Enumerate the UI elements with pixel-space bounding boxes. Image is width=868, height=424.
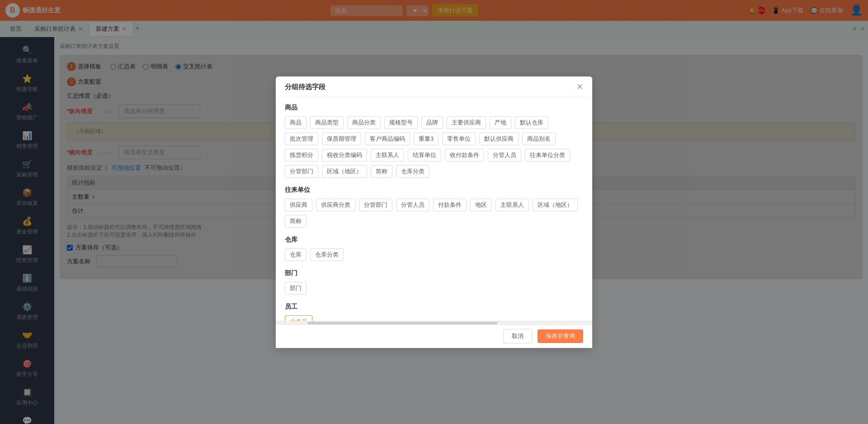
section-department-title: 部门: [285, 269, 583, 277]
field-expiry-mgmt[interactable]: 保质期管理: [322, 133, 361, 145]
field-partner-region[interactable]: 区域（地区）: [533, 199, 578, 211]
field-payment-terms[interactable]: 收付款条件: [445, 149, 484, 162]
section-product: 商品 商品 商品类型 商品分类 规格型号 品牌 主要供应商 产地 默认仓库 批次…: [285, 104, 583, 178]
section-employee-title: 员工: [285, 303, 583, 311]
section-employee: 员工 业务员: [285, 303, 583, 321]
modal-overlay: 分组待选字段 ✕ 商品 商品 商品类型 商品分类 规格型号 品牌 主要供应商 产…: [0, 0, 868, 424]
field-brand[interactable]: 品牌: [421, 116, 443, 129]
field-partner-supervisor[interactable]: 分管人员: [396, 199, 429, 211]
section-partner: 往来单位 供应商 供应商分类 分管部门 分管人员 付款条件 地区 主联系人 区域…: [285, 186, 583, 228]
field-partner-contact[interactable]: 主联系人: [495, 199, 529, 211]
field-product-category[interactable]: 商品分类: [347, 116, 381, 129]
section-partner-title: 往来单位: [285, 186, 583, 194]
section-department-fields: 部门: [285, 282, 583, 295]
section-product-title: 商品: [285, 104, 583, 112]
field-main-contact[interactable]: 主联系人: [371, 149, 404, 162]
section-warehouse: 仓库 仓库 仓库分类: [285, 236, 583, 261]
dialog: 分组待选字段 ✕ 商品 商品 商品类型 商品分类 规格型号 品牌 主要供应商 产…: [276, 76, 592, 348]
field-customer-code[interactable]: 客户商品编码: [365, 133, 410, 145]
field-product-alias[interactable]: 商品别名: [522, 133, 556, 145]
field-product[interactable]: 商品: [285, 116, 307, 129]
field-default-warehouse[interactable]: 默认仓库: [515, 116, 548, 129]
section-warehouse-fields: 仓库 仓库分类: [285, 248, 583, 261]
field-salesperson[interactable]: 业务员: [285, 315, 312, 321]
field-supplier[interactable]: 供应商: [285, 199, 312, 211]
field-origin[interactable]: 产地: [490, 116, 511, 129]
field-tax-code[interactable]: 税收分类编码: [322, 149, 367, 162]
field-default-supplier[interactable]: 默认供应商: [479, 133, 519, 145]
dialog-title: 分组待选字段: [285, 83, 326, 91]
field-spec-model[interactable]: 规格型号: [384, 116, 418, 129]
field-partner-short[interactable]: 简称: [285, 215, 307, 228]
field-short-name[interactable]: 简称: [371, 165, 392, 178]
field-region[interactable]: 区域（地区）: [322, 165, 367, 178]
field-warehouse-category[interactable]: 仓库分类: [396, 165, 429, 178]
field-retail-unit[interactable]: 零售单位: [442, 133, 476, 145]
confirm-button[interactable]: 保存并查询: [538, 329, 583, 343]
field-main-supplier[interactable]: 主要供应商: [447, 116, 486, 129]
section-employee-fields: 业务员: [285, 315, 583, 321]
field-payment-condition[interactable]: 付款条件: [433, 199, 467, 211]
dialog-hscroll[interactable]: [276, 321, 592, 324]
field-product-type[interactable]: 商品类型: [310, 116, 344, 129]
field-department[interactable]: 部门: [285, 282, 307, 295]
field-partner-category[interactable]: 往来单位分类: [525, 149, 570, 162]
field-supplier-category[interactable]: 供应商分类: [316, 199, 355, 211]
field-dept[interactable]: 分管部门: [285, 165, 318, 178]
dialog-hscroll-thumb: [307, 322, 497, 324]
dialog-body[interactable]: 商品 商品 商品类型 商品分类 规格型号 品牌 主要供应商 产地 默认仓库 批次…: [276, 96, 592, 321]
field-settle-unit[interactable]: 结算单位: [408, 149, 441, 162]
dialog-footer: 取消 保存并查询: [276, 324, 592, 348]
field-weight[interactable]: 重量3: [414, 133, 439, 145]
field-area[interactable]: 地区: [470, 199, 492, 211]
dialog-header: 分组待选字段 ✕: [276, 76, 592, 96]
section-partner-fields: 供应商 供应商分类 分管部门 分管人员 付款条件 地区 主联系人 区域（地区） …: [285, 199, 583, 228]
dialog-close-btn[interactable]: ✕: [576, 83, 583, 91]
cancel-button[interactable]: 取消: [503, 329, 532, 343]
field-batch-mgmt[interactable]: 批次管理: [285, 133, 318, 145]
section-product-fields: 商品 商品类型 商品分类 规格型号 品牌 主要供应商 产地 默认仓库 批次管理 …: [285, 116, 583, 178]
field-partner-dept[interactable]: 分管部门: [359, 199, 392, 211]
field-warehouse[interactable]: 仓库: [285, 248, 307, 261]
field-pick-score[interactable]: 拣货积分: [285, 149, 318, 162]
section-warehouse-title: 仓库: [285, 236, 583, 244]
section-department: 部门 部门: [285, 269, 583, 295]
field-supervisor[interactable]: 分管人员: [488, 149, 521, 162]
field-warehouse-cat[interactable]: 仓库分类: [310, 248, 344, 261]
